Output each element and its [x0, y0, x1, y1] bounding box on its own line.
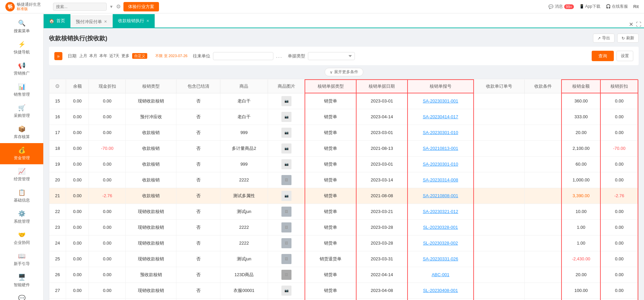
cell-cash-discount: 0.00 [89, 156, 126, 172]
cell-goods-img: 🖼 [268, 172, 305, 188]
table-gear-icon[interactable]: ⚙ [55, 83, 60, 89]
minimize-icon[interactable]: ✕ [629, 21, 633, 28]
sidebar-item-hardware[interactable]: 🖥️ 智能硬件 [0, 270, 43, 291]
table-row[interactable]: 190.000.00收款核销否999📷销货单2023-03-01SA-20230… [49, 156, 638, 172]
cell-writeoff-no[interactable]: SA-20230301-010 [408, 156, 474, 172]
filter-date-custom[interactable]: 自定义 [132, 53, 147, 59]
cell-writeoff-date: 2023-04-18 [356, 298, 408, 300]
refresh-button[interactable]: ↻ 刷新 [617, 34, 639, 43]
cell-writeoff-no[interactable]: SL-20230328-002 [408, 235, 474, 251]
filter-voucher-type-select[interactable] [308, 52, 355, 60]
filter-date-range: 不限 至 2023-07-26 [155, 53, 187, 58]
export-button[interactable]: ↗ 导出 [593, 34, 614, 43]
cell-writeoff-amount: 1.00 [561, 235, 600, 251]
filter-date-more[interactable]: 更多 [121, 53, 129, 59]
online-service-link[interactable]: 🎧 在线客服 [606, 4, 628, 9]
sidebar-item-operations[interactable]: 📈 经营管理 [0, 164, 43, 185]
table-row[interactable]: 250.000.00现销收款核销否测试jun🖼销货退货单2023-03-31SA… [49, 251, 638, 267]
filter-date-last-month[interactable]: 上月 [79, 53, 87, 59]
sidebar-item-inventory[interactable]: 📦 库存核算 [0, 122, 43, 143]
top-bar-right: 💬 消息 99+ 📱 App下载 🎧 在线客服 Rit [548, 4, 639, 9]
cell-cash-discount: 0.00 [89, 283, 126, 298]
cell-writeoff-voucher-type: 销货单 [305, 172, 356, 188]
cell-writeoff-no[interactable]: SA-20210813-001 [408, 140, 474, 156]
search-icon: 🔍 [18, 19, 25, 27]
table-row[interactable]: 210.00-2.76收款核销否测试多属性📷销货单2021-08-08SA-20… [49, 188, 638, 204]
cell-writeoff-no[interactable]: ABC-001 [408, 267, 474, 283]
cell-goods: 衣服00001 [220, 283, 268, 298]
tab-close-writeoff[interactable]: ✕ [146, 19, 149, 23]
filter-partner-input[interactable] [213, 52, 273, 60]
gear-icon[interactable]: ⚙ [116, 3, 121, 10]
table-row[interactable]: 230.000.00现销收款核销否2222🖼销货单2023-03-28SL-20… [49, 219, 638, 235]
message-badge: 99+ [564, 4, 574, 9]
cell-receipt-condition [525, 172, 562, 188]
cell-writeoff-voucher-type: 销货单 [305, 188, 356, 204]
filter-date-this-month[interactable]: 本月 [89, 53, 97, 59]
sidebar-item-guide[interactable]: 📖 新手引导 [0, 249, 43, 270]
table-row[interactable]: 180.00-70.00收款核销否多计量商品2📷销货单2021-08-13SA-… [49, 140, 638, 156]
cell-writeoff-no[interactable]: SL-20230328-001 [408, 219, 474, 235]
sidebar-item-purchase[interactable]: 🛒 采购管理 [0, 101, 43, 122]
filter-toggle-button[interactable]: » [54, 52, 62, 60]
cell-receipt-order-no [474, 156, 525, 172]
cell-writeoff-no[interactable]: SA-20230414-017 [408, 109, 474, 125]
sidebar-item-wechat[interactable]: 💬 企业微信 [0, 291, 43, 300]
tab-prepay[interactable]: 预付冲应付单 ✕ [70, 15, 113, 28]
cell-writeoff-no[interactable]: SL-20230408-001 [408, 283, 474, 298]
table-row[interactable]: 160.000.00预付冲应收否老白干📷销货单2023-04-14SA-2023… [49, 109, 638, 125]
filter-date-this-year[interactable]: 本年 [99, 53, 107, 59]
cell-writeoff-discount: 0.00 [600, 251, 638, 267]
cell-writeoff-discount: 0.00 [600, 93, 638, 109]
table-row[interactable]: 260.000.00预收款核销否123D商品🖼销货单2022-04-14ABC-… [49, 267, 638, 283]
filter-date-7days[interactable]: 近7天 [109, 53, 120, 59]
cell-receipt-order-no [474, 267, 525, 283]
table-row[interactable]: 280.000.00现销收款核销否2222🖼销货单2023-04-18SL-20… [49, 298, 638, 300]
tab-home[interactable]: 🏠 首页 [44, 14, 70, 28]
sidebar-item-marketing[interactable]: 📢 营销推广 [0, 58, 43, 80]
cell-writeoff-no[interactable]: SA-20230301-010 [408, 125, 474, 140]
cell-cash-discount: 0.00 [89, 298, 126, 300]
cell-writeoff-amount: 60.00 [561, 156, 600, 172]
cell-writeoff-no[interactable]: SA-20230331-026 [408, 251, 474, 267]
cell-cash-discount: 0.00 [89, 251, 126, 267]
settings-button[interactable]: 设置 [616, 51, 633, 61]
tab-writeoff[interactable]: 收款核销执行 ✕ [113, 14, 155, 28]
sidebar-item-collab[interactable]: 🤝 企业协同 [0, 228, 43, 249]
wechat-icon: 💬 [18, 295, 25, 300]
query-button[interactable]: 查询 [592, 51, 614, 61]
sidebar-item-finance[interactable]: 💰 资金管理 [0, 143, 43, 164]
sidebar-item-basic-info[interactable]: 📋 基础信息 [0, 185, 43, 207]
table-row[interactable]: 240.000.00现销收款核销否2222🖼销货单2023-03-28SL-20… [49, 235, 638, 251]
cell-receipt-order-no [474, 298, 525, 300]
table-row[interactable]: 200.000.00收款核销否2222🖼销货单2023-03-14SA-2023… [49, 172, 638, 188]
col-header-receipt-order-no: 收款单订单号 [474, 80, 525, 93]
cell-writeoff-no[interactable]: SA-20230321-012 [408, 204, 474, 219]
col-header-gear[interactable]: ⚙ [49, 80, 66, 93]
sidebar-item-system[interactable]: ⚙️ 系统管理 [0, 207, 43, 228]
table-row[interactable]: 170.000.00收款核销否999📷销货单2023-03-01SA-20230… [49, 125, 638, 140]
sidebar-item-shortcuts[interactable]: ⚡ 快捷导航 [0, 37, 43, 58]
filter-partner-dots[interactable]: ... [276, 53, 282, 59]
app-download-link[interactable]: 📱 App下载 [579, 4, 600, 9]
cell-writeoff-no[interactable]: SA-20230314-008 [408, 172, 474, 188]
cell-writeoff-no[interactable]: SA-20230301-001 [408, 93, 474, 109]
sidebar-item-label: 企业协同 [14, 240, 30, 246]
sidebar-item-search[interactable]: 🔍 搜索菜单 [0, 16, 43, 37]
cell-writeoff-no[interactable]: SL-20230418-001 [408, 298, 474, 300]
table-row[interactable]: 220.000.00现销收款核销否测试jun🖼销货单2023-03-21SA-2… [49, 204, 638, 219]
message-area[interactable]: 💬 消息 99+ [548, 4, 574, 9]
cell-writeoff-no[interactable]: SA-20210808-001 [408, 188, 474, 204]
cell-goods-img: 🖼 [268, 235, 305, 251]
industry-solution-button[interactable]: 体验行业方案 [123, 2, 159, 11]
sidebar-item-sales[interactable]: 📊 销售管理 [0, 80, 43, 101]
cell-receipt-order-no [474, 219, 525, 235]
table-row[interactable]: 150.000.00现销收款核销否老白干📷销货单2023-03-01SA-202… [49, 93, 638, 109]
maximize-icon[interactable]: ⛶ [636, 22, 641, 28]
cell-writeoff-amount: 10.00 [561, 204, 600, 219]
search-input[interactable] [53, 3, 107, 11]
tab-close-prepay[interactable]: ✕ [104, 19, 107, 24]
cell-goods-img: 📷 [268, 140, 305, 156]
table-row[interactable]: 270.000.00现销收款核销否衣服00001📷销货单2023-04-08SL… [49, 283, 638, 298]
expand-button[interactable]: ∨ 展开更多条件 [325, 68, 363, 76]
